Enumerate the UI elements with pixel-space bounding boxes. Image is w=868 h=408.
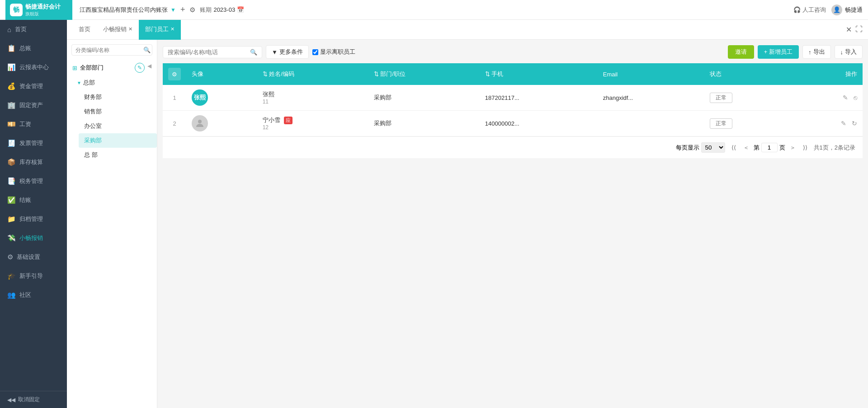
unpin-icon: ◀◀ xyxy=(7,397,15,403)
sidebar-label-ledger: 总账 xyxy=(19,44,31,52)
toolbar-right: 邀请 + 新增员工 ↑ 导出 ↓ 导入 xyxy=(728,45,863,59)
sidebar-item-closing[interactable]: ✅ 结账 xyxy=(0,191,67,210)
dept-item-headquarters[interactable]: ▼ 总部 xyxy=(71,75,157,90)
tab-expense-close-icon[interactable]: ✕ xyxy=(128,26,132,32)
row1-dept-cell: 采购部 xyxy=(368,85,480,111)
dropdown-arrow-icon[interactable]: ▼ xyxy=(170,7,176,13)
add-company-btn[interactable]: + xyxy=(180,5,185,14)
tab-dept-employee[interactable]: 部门员工 ✕ xyxy=(139,20,181,40)
col-settings-btn[interactable]: ⚙ xyxy=(168,68,181,80)
row2-action-cell: ✎ ↻ xyxy=(792,111,863,136)
settings-icon[interactable]: ⚙ xyxy=(189,6,195,14)
per-page-select[interactable]: 50 100 200 xyxy=(701,142,725,153)
row2-index: 2 xyxy=(163,111,186,136)
edit-icon[interactable]: ✎ xyxy=(841,120,846,127)
logo-area: 畅 畅捷通好会计 旗舰版 xyxy=(5,0,72,20)
sidebar-item-guide[interactable]: 🎓 新手引导 xyxy=(0,267,67,286)
import-button[interactable]: ↓ 导入 xyxy=(835,45,863,59)
next-page-btn[interactable]: ＞ xyxy=(787,143,798,153)
dept-search-icon[interactable]: 🔍 xyxy=(143,47,151,53)
employee-area: 🔍 ▼ 更多条件 显示离职员工 邀请 + 新增员工 xyxy=(157,40,868,408)
sidebar-item-capital[interactable]: 💰 资金管理 xyxy=(0,77,67,96)
main-layout: ⌂ 首页 📋 总账 📊 云报表中心 💰 资金管理 🏢 固定资产 💴 工资 🧾 发… xyxy=(0,20,868,408)
table-row: 2 xyxy=(163,111,863,136)
employee-table: ⚙ 头像 ⇅ 姓名/编码 ⇅ 部门/职位 ⇅ 手机 Email 状态 xyxy=(163,63,863,136)
col-action: 操作 xyxy=(792,63,863,85)
filter-label: 更多条件 xyxy=(279,48,303,56)
dept-item-hq-sub[interactable]: 总 部 xyxy=(79,148,157,162)
dept-item-office[interactable]: 办公室 xyxy=(79,119,157,133)
sidebar-item-home[interactable]: ⌂ 首页 xyxy=(0,20,67,39)
employee-code: 11 xyxy=(263,98,363,105)
row1-phone-cell: 187202117... xyxy=(480,85,598,111)
page-number-input[interactable] xyxy=(761,143,778,152)
sidebar-item-salary[interactable]: 💴 工资 xyxy=(0,115,67,134)
tab-home-label: 首页 xyxy=(79,25,90,33)
tab-dept-close-icon[interactable]: ✕ xyxy=(170,26,175,32)
tab-bar: 首页 小畅报销 ✕ 部门员工 ✕ ✕ ⛶ xyxy=(67,20,868,40)
sidebar-item-reports[interactable]: 📊 云报表中心 xyxy=(0,58,67,77)
sidebar-item-settings[interactable]: ⚙ 基础设置 xyxy=(0,248,67,267)
dept-all-header[interactable]: ⊞ 全部部门 ✎ ◀ xyxy=(67,60,157,75)
dept-tree-subgroup: 财务部 销售部 办公室 采购部 总 部 xyxy=(71,90,157,162)
inventory-icon: 📦 xyxy=(7,158,16,166)
sidebar-item-inventory[interactable]: 📦 库存核算 xyxy=(0,153,67,172)
show-resign-checkbox[interactable] xyxy=(312,49,318,55)
dept-panel: 🔍 ⊞ 全部部门 ✎ ◀ ▼ xyxy=(67,40,157,408)
dept-search-input[interactable] xyxy=(75,47,143,53)
filter-button[interactable]: ▼ 更多条件 xyxy=(266,45,309,59)
sidebar-item-assets[interactable]: 🏢 固定资产 xyxy=(0,96,67,115)
delete-icon[interactable]: ↻ xyxy=(852,120,857,127)
dept-collapse-icon[interactable]: ◀ xyxy=(147,63,151,73)
row1-name-cell: 张熙 11 xyxy=(257,85,368,111)
row2-avatar-cell xyxy=(186,111,257,136)
total-info: 共1页，2条记录 xyxy=(814,144,855,152)
page-content: 🔍 ⊞ 全部部门 ✎ ◀ ▼ xyxy=(67,40,868,408)
row2-status-cell: 正常 xyxy=(704,111,792,136)
prev-page-btn[interactable]: ＜ xyxy=(741,143,752,153)
tab-home[interactable]: 首页 xyxy=(72,20,97,40)
add-employee-button[interactable]: + 新增员工 xyxy=(758,45,799,59)
col-name-code[interactable]: ⇅ 姓名/编码 xyxy=(257,63,368,85)
edit-icon[interactable]: ✎ xyxy=(843,94,848,101)
employee-search-input[interactable] xyxy=(168,49,250,56)
col-phone[interactable]: ⇅ 手机 xyxy=(480,63,598,85)
sidebar-item-archive[interactable]: 📁 归档管理 xyxy=(0,210,67,229)
guide-icon: 🎓 xyxy=(7,272,16,280)
row1-avatar-cell: 张熙 xyxy=(186,85,257,111)
employee-search-icon[interactable]: 🔍 xyxy=(250,49,257,56)
toolbar: 🔍 ▼ 更多条件 显示离职员工 邀请 + 新增员工 xyxy=(163,45,863,59)
tab-close-window-icon[interactable]: ✕ xyxy=(846,25,852,34)
sidebar-item-tax[interactable]: 📑 税务管理 xyxy=(0,172,67,191)
dept-item-finance[interactable]: 财务部 xyxy=(79,90,157,104)
service-button[interactable]: 🎧 人工咨询 xyxy=(793,6,826,14)
logout-icon[interactable]: ⎋ xyxy=(854,94,857,101)
invite-button[interactable]: 邀请 xyxy=(728,45,754,59)
avatar xyxy=(192,115,208,131)
logo-sub-text: 旗舰版 xyxy=(25,11,61,17)
col-avatar: 头像 xyxy=(186,63,257,85)
calendar-icon[interactable]: 📅 xyxy=(237,6,244,13)
logo-icon: 畅 xyxy=(10,4,23,16)
show-resign-checkbox-label[interactable]: 显示离职员工 xyxy=(312,48,355,56)
status-badge: 正常 xyxy=(710,118,732,129)
sidebar-item-expense[interactable]: 💸 小畅报销 xyxy=(0,229,67,248)
sidebar-item-community[interactable]: 👥 社区 xyxy=(0,286,67,305)
expense-icon: 💸 xyxy=(7,234,16,242)
dept-item-purchasing[interactable]: 采购部 xyxy=(79,133,157,148)
sidebar-label-settings: 基础设置 xyxy=(17,253,40,261)
sidebar-item-ledger[interactable]: 📋 总账 xyxy=(0,39,67,58)
import-icon: ↓ xyxy=(840,49,844,56)
employee-name: 张熙 xyxy=(263,90,363,98)
last-page-btn[interactable]: ⟩⟩ xyxy=(800,143,810,152)
export-button[interactable]: ↑ 导出 xyxy=(802,45,831,59)
unpin-button[interactable]: ◀◀ 取消固定 xyxy=(0,391,67,408)
dept-item-sales[interactable]: 销售部 xyxy=(79,104,157,119)
tab-maximize-icon[interactable]: ⛶ xyxy=(855,25,863,34)
sidebar-item-invoice[interactable]: 🧾 发票管理 xyxy=(0,134,67,153)
first-page-btn[interactable]: ⟨⟨ xyxy=(729,143,739,152)
dept-edit-btn[interactable]: ✎ xyxy=(135,63,145,73)
dept-tree: ▼ 总部 财务部 销售部 办公室 采购部 总 部 xyxy=(67,75,157,162)
tab-expense[interactable]: 小畅报销 ✕ xyxy=(97,20,139,40)
col-dept[interactable]: ⇅ 部门/职位 xyxy=(368,63,480,85)
